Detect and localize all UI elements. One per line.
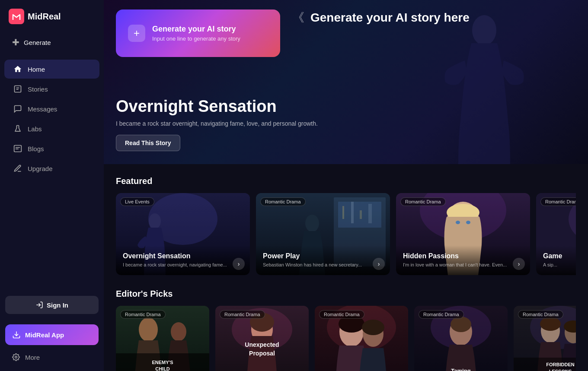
more-label: More: [25, 354, 40, 361]
home-icon: [13, 64, 22, 74]
upgrade-icon: [13, 164, 22, 173]
overnight-desc: I became a rock star overnight, navigati…: [123, 262, 243, 268]
generate-right: 《 Generate your AI story here: [292, 10, 470, 26]
svg-rect-0: [9, 9, 24, 24]
enemys-child-genre: Romantic Drama: [120, 310, 166, 319]
sidebar-item-blogs[interactable]: Blogs: [4, 139, 99, 158]
infatuation-genre: Romantic Drama: [319, 310, 364, 319]
featured-card-overnight[interactable]: Live Events Overnight Sensation I became…: [116, 193, 250, 275]
svg-point-13: [149, 213, 161, 229]
sidebar-item-home[interactable]: Home: [4, 60, 99, 79]
sidebar: MidReal ✚ Generate Home Stories: [0, 0, 104, 371]
svg-text:LESSONS: LESSONS: [549, 369, 572, 371]
svg-text:Taming: Taming: [451, 368, 470, 371]
blogs-icon: [13, 144, 22, 153]
svg-text:Unexpected: Unexpected: [245, 341, 279, 348]
editor-card-taming[interactable]: Taming Romantic Drama: [414, 306, 508, 371]
sign-in-label: Sign In: [47, 301, 68, 309]
editor-card-unexpected-infatuation[interactable]: Romantic Drama: [315, 306, 408, 371]
svg-text:CHILD: CHILD: [155, 366, 170, 371]
upgrade-label: Upgrade: [28, 165, 53, 172]
logo-icon: [9, 9, 24, 24]
editor-card-forbidden-lessons[interactable]: FORBIDDEN LESSONS Romantic Drama: [514, 306, 576, 371]
overnight-next-btn[interactable]: ›: [233, 258, 245, 270]
blogs-label: Blogs: [28, 145, 44, 152]
featured-title: Featured: [116, 176, 576, 186]
hidden-passions-next-btn[interactable]: ›: [513, 258, 525, 270]
sign-in-icon: [35, 301, 43, 309]
unexpected-proposal-genre: Romantic Drama: [220, 310, 265, 319]
settings-icon: [12, 353, 20, 361]
midreal-app-button[interactable]: MidReal App: [5, 324, 99, 345]
sidebar-nav: Home Stories Messages L: [0, 57, 104, 294]
svg-point-10: [472, 15, 496, 45]
svg-text:ENEMY'S: ENEMY'S: [152, 360, 173, 365]
sidebar-item-labs[interactable]: Labs: [4, 119, 99, 138]
editors-picks-section: Editor's Picks: [116, 289, 576, 371]
sidebar-item-messages[interactable]: Messages: [4, 99, 99, 118]
read-story-button[interactable]: Read This Story: [116, 135, 180, 151]
midreal-app-label: MidReal App: [25, 331, 64, 339]
overnight-genre: Live Events: [120, 197, 154, 206]
svg-point-48: [362, 320, 384, 335]
hero-section: + Generate your AI story Input one line …: [104, 0, 588, 164]
chevron-left-icon: 《: [292, 10, 304, 26]
svg-point-52: [451, 317, 471, 332]
svg-point-27: [456, 221, 460, 224]
power-play-genre: Romantic Drama: [260, 197, 306, 206]
svg-point-9: [15, 356, 17, 358]
power-play-title: Power Play: [263, 252, 383, 260]
generate-card[interactable]: + Generate your AI story Input one line …: [116, 10, 280, 57]
generate-plus-icon: ✚: [12, 37, 19, 48]
svg-rect-20: [368, 204, 372, 223]
generate-here-text: Generate your AI story here: [310, 11, 470, 25]
hero-story-info: Overnight Sensation I became a rock star…: [116, 97, 318, 151]
main-content: + Generate your AI story Input one line …: [104, 0, 588, 371]
content-area: Featured: [104, 164, 588, 371]
power-play-next-btn[interactable]: ›: [373, 258, 385, 270]
generate-card-subtitle: Input one line to generate any story: [152, 35, 240, 42]
svg-text:Proposal: Proposal: [249, 350, 275, 357]
taming-genre: Romantic Drama: [419, 310, 464, 319]
editor-card-enemys-child[interactable]: ENEMY'S CHILD Romantic Drama: [116, 306, 209, 371]
generate-plus-icon: +: [128, 25, 145, 42]
game-desc: A sip...: [543, 262, 576, 268]
sidebar-item-stories[interactable]: Stories: [4, 79, 99, 98]
sign-in-button[interactable]: Sign In: [5, 296, 99, 314]
game-title: Game: [543, 252, 576, 260]
svg-point-21: [305, 215, 319, 232]
svg-point-28: [466, 221, 470, 224]
forbidden-lessons-genre: Romantic Drama: [518, 310, 563, 319]
messages-label: Messages: [28, 105, 57, 113]
download-icon: [12, 330, 21, 339]
hero-story-title: Overnight Sensation: [116, 97, 318, 116]
svg-point-58: [540, 317, 561, 331]
svg-point-33: [171, 322, 186, 341]
logo-text: MidReal: [28, 12, 61, 22]
hidden-passions-genre: Romantic Drama: [400, 197, 446, 206]
generate-button[interactable]: ✚ Generate: [5, 33, 99, 52]
featured-section: Featured: [116, 176, 576, 275]
sidebar-bottom: MidReal App More: [0, 319, 104, 371]
hero-story-desc: I became a rock star overnight, navigati…: [116, 120, 318, 127]
generate-label: Generate: [24, 39, 51, 46]
svg-point-32: [139, 317, 158, 342]
featured-card-power-play[interactable]: Romantic Drama Power Play Sebastian Wins…: [256, 193, 390, 275]
editor-card-unexpected-proposal[interactable]: Unexpected Proposal Romantic Drama: [215, 306, 309, 371]
hidden-passions-desc: I'm in love with a woman that I can't ha…: [403, 262, 523, 268]
power-play-desc: Sebastian Winston has hired a new secret…: [263, 262, 383, 268]
editors-picks-title: Editor's Picks: [116, 289, 576, 299]
featured-card-hidden-passions[interactable]: Romantic Drama Hidden Passions I'm in lo…: [396, 193, 530, 275]
more-button[interactable]: More: [5, 349, 99, 366]
stories-icon: [13, 84, 22, 94]
svg-rect-19: [360, 210, 362, 219]
labs-icon: [13, 124, 22, 133]
sidebar-item-upgrade[interactable]: Upgrade: [4, 159, 99, 178]
svg-rect-17: [342, 206, 344, 219]
sidebar-logo[interactable]: MidReal: [0, 0, 104, 31]
svg-rect-18: [351, 202, 354, 223]
stories-label: Stories: [28, 86, 48, 93]
home-label: Home: [28, 66, 45, 73]
featured-card-game[interactable]: Romantic Drama Game A sip...: [536, 193, 576, 275]
svg-text:FORBIDDEN: FORBIDDEN: [546, 362, 574, 367]
